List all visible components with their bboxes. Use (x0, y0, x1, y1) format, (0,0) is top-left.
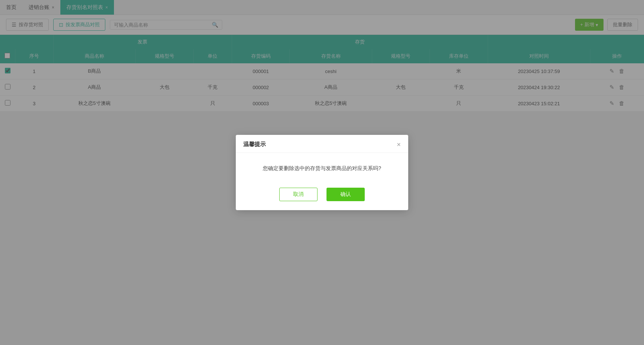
modal-overlay: 温馨提示 × 您确定要删除选中的存货与发票商品的对应关系吗? 取消 确认 (0, 0, 644, 112)
